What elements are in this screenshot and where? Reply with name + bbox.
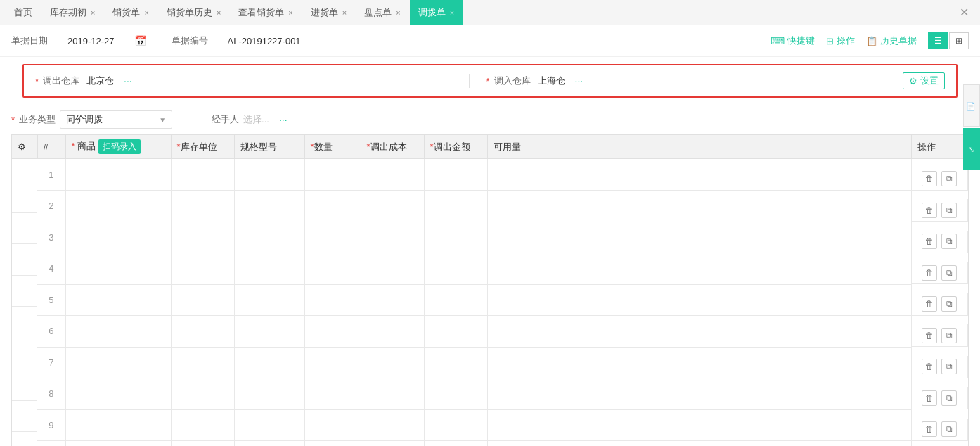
- row-cost-9[interactable]: [361, 409, 424, 441]
- row-product-9[interactable]: [65, 409, 171, 441]
- tab-view-sales-close[interactable]: ×: [288, 8, 292, 17]
- row-qty-7[interactable]: [304, 347, 361, 378]
- row-product-8[interactable]: [65, 378, 171, 410]
- tab-inventory-init[interactable]: 库存期初 ×: [41, 0, 104, 25]
- row-spec-3[interactable]: [234, 222, 304, 253]
- row-product-4[interactable]: [65, 253, 171, 285]
- row-delete-btn-2[interactable]: 🗑: [922, 203, 937, 218]
- row-delete-btn-6[interactable]: 🗑: [922, 328, 937, 343]
- row-qty-4[interactable]: [304, 253, 361, 285]
- th-settings[interactable]: ⚙: [12, 135, 37, 159]
- row-amount-1[interactable]: [424, 159, 487, 191]
- row-unit-7[interactable]: [171, 347, 234, 378]
- expand-btn[interactable]: ⤢: [963, 128, 980, 170]
- row-cost-10[interactable]: [361, 441, 424, 447]
- tab-sales-order-close[interactable]: ×: [144, 8, 148, 17]
- row-unit-1[interactable]: [171, 159, 234, 191]
- row-qty-10[interactable]: [304, 441, 361, 447]
- row-spec-6[interactable]: [234, 316, 304, 348]
- row-cost-4[interactable]: [361, 253, 424, 285]
- doc-list-btn[interactable]: 📄: [963, 84, 980, 127]
- row-qty-1[interactable]: [304, 159, 361, 191]
- row-qty-5[interactable]: [304, 284, 361, 316]
- calendar-icon[interactable]: 📅: [134, 35, 146, 46]
- shortcuts-btn[interactable]: ⌨ 快捷键: [771, 34, 815, 47]
- row-unit-9[interactable]: [171, 409, 234, 441]
- row-unit-3[interactable]: [171, 222, 234, 253]
- contact-input[interactable]: 选择...: [243, 113, 269, 126]
- window-close-button[interactable]: ✕: [954, 6, 974, 19]
- row-spec-9[interactable]: [234, 409, 304, 441]
- row-amount-5[interactable]: [424, 284, 487, 316]
- history-btn[interactable]: 📋 历史单据: [866, 34, 917, 47]
- row-unit-5[interactable]: [171, 284, 234, 316]
- row-cost-3[interactable]: [361, 222, 424, 253]
- row-cost-8[interactable]: [361, 378, 424, 410]
- row-amount-8[interactable]: [424, 378, 487, 410]
- row-unit-6[interactable]: [171, 316, 234, 348]
- out-warehouse-value[interactable]: 北京仓: [86, 75, 114, 87]
- row-cost-1[interactable]: [361, 159, 424, 191]
- business-type-select[interactable]: 同价调拨 ▼: [60, 110, 172, 129]
- row-spec-10[interactable]: [234, 441, 304, 447]
- tab-transfer-order-close[interactable]: ×: [450, 8, 454, 17]
- in-warehouse-more[interactable]: ···: [575, 75, 584, 87]
- row-copy-btn-9[interactable]: ⧉: [941, 421, 957, 437]
- row-unit-8[interactable]: [171, 378, 234, 410]
- row-qty-8[interactable]: [304, 378, 361, 410]
- tab-inventory-check-close[interactable]: ×: [396, 8, 400, 17]
- row-product-3[interactable]: [65, 222, 171, 253]
- setting-button[interactable]: ⚙ 设置: [903, 72, 945, 89]
- operations-btn[interactable]: ⊞ 操作: [826, 34, 855, 47]
- row-copy-btn-3[interactable]: ⧉: [941, 234, 957, 249]
- row-spec-5[interactable]: [234, 284, 304, 316]
- tab-purchase-order[interactable]: 进货单 ×: [302, 0, 356, 25]
- tab-view-sales[interactable]: 查看销货单 ×: [230, 0, 302, 25]
- row-cost-7[interactable]: [361, 347, 424, 378]
- card-view-btn[interactable]: ⊞: [949, 32, 969, 49]
- row-cost-2[interactable]: [361, 191, 424, 222]
- tab-inventory-init-close[interactable]: ×: [91, 8, 95, 17]
- row-amount-6[interactable]: [424, 316, 487, 348]
- out-warehouse-more[interactable]: ···: [124, 75, 132, 87]
- row-delete-btn-9[interactable]: 🗑: [922, 421, 937, 437]
- row-product-1[interactable]: [65, 159, 171, 191]
- row-delete-btn-8[interactable]: 🗑: [922, 390, 937, 406]
- tab-sales-order[interactable]: 销货单 ×: [104, 0, 157, 25]
- row-product-6[interactable]: [65, 316, 171, 348]
- row-qty-2[interactable]: [304, 191, 361, 222]
- row-product-2[interactable]: [65, 191, 171, 222]
- row-delete-btn-7[interactable]: 🗑: [922, 359, 937, 374]
- row-delete-btn-5[interactable]: 🗑: [922, 296, 937, 312]
- row-copy-btn-4[interactable]: ⧉: [941, 265, 957, 281]
- row-copy-btn-5[interactable]: ⧉: [941, 296, 957, 312]
- row-amount-4[interactable]: [424, 253, 487, 285]
- tab-purchase-order-close[interactable]: ×: [342, 8, 347, 17]
- row-product-10[interactable]: [65, 441, 171, 447]
- row-copy-btn-8[interactable]: ⧉: [941, 390, 957, 406]
- row-unit-4[interactable]: [171, 253, 234, 285]
- row-amount-2[interactable]: [424, 191, 487, 222]
- tab-inventory-check[interactable]: 盘点单 ×: [356, 0, 409, 25]
- contact-more[interactable]: ···: [279, 114, 288, 125]
- row-qty-3[interactable]: [304, 222, 361, 253]
- row-copy-btn-6[interactable]: ⧉: [941, 328, 957, 343]
- tab-home[interactable]: 首页: [6, 0, 41, 25]
- row-unit-2[interactable]: [171, 191, 234, 222]
- row-delete-btn-4[interactable]: 🗑: [922, 265, 937, 281]
- in-warehouse-value[interactable]: 上海仓: [538, 75, 565, 87]
- row-delete-btn-1[interactable]: 🗑: [922, 171, 937, 186]
- list-view-btn[interactable]: ☰: [928, 32, 948, 49]
- row-spec-4[interactable]: [234, 253, 304, 285]
- tab-sales-history-close[interactable]: ×: [217, 8, 221, 17]
- row-delete-btn-3[interactable]: 🗑: [922, 234, 937, 249]
- row-spec-8[interactable]: [234, 378, 304, 410]
- row-spec-2[interactable]: [234, 191, 304, 222]
- scan-btn[interactable]: 扫码录入: [98, 139, 141, 154]
- row-qty-9[interactable]: [304, 409, 361, 441]
- row-qty-6[interactable]: [304, 316, 361, 348]
- row-amount-3[interactable]: [424, 222, 487, 253]
- row-amount-9[interactable]: [424, 409, 487, 441]
- row-product-7[interactable]: [65, 347, 171, 378]
- row-amount-10[interactable]: [424, 441, 487, 447]
